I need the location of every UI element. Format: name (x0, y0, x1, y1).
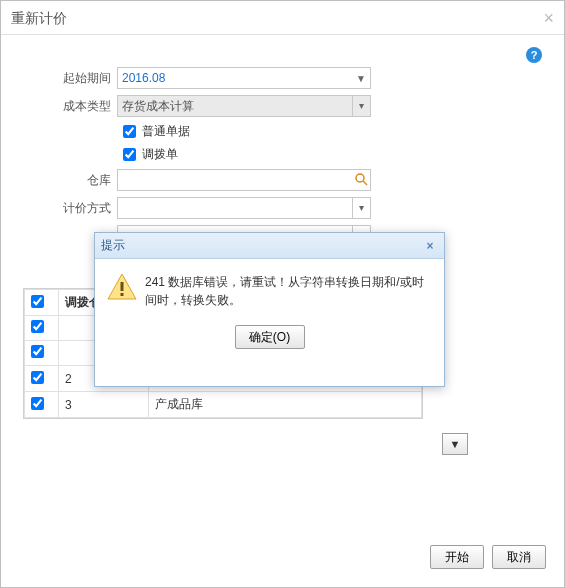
titlebar: 重新计价 × (1, 1, 564, 35)
row-checkbox[interactable] (31, 320, 44, 333)
warehouse-label: 仓库 (23, 172, 117, 189)
row-checkbox[interactable] (31, 371, 44, 384)
row-start-date: 起始期间 ▼ (23, 67, 542, 89)
header-chk (25, 290, 59, 316)
main-window: 重新计价 × ? 起始期间 ▼ 成本类型 ▾ 普通单据 调拨单 (0, 0, 565, 588)
svg-rect-3 (121, 282, 124, 291)
footer: 开始 取消 (430, 545, 546, 569)
start-date-input[interactable] (118, 68, 352, 88)
chevron-down-icon[interactable]: ▾ (352, 96, 370, 116)
dialog-title: 提示 (101, 237, 125, 254)
row-pricing: 计价方式 ▾ (23, 197, 542, 219)
close-icon[interactable]: × (543, 1, 554, 35)
chevron-down-icon[interactable]: ▼ (352, 73, 370, 84)
chk-normal-label: 普通单据 (142, 123, 190, 140)
row-chk-transfer: 调拨单 (123, 146, 542, 163)
cost-type-label: 成本类型 (23, 98, 117, 115)
svg-rect-4 (121, 293, 124, 296)
cost-type-field: ▾ (117, 95, 371, 117)
ok-button[interactable]: 确定(O) (235, 325, 305, 349)
close-icon[interactable]: × (422, 238, 438, 254)
dialog-titlebar: 提示 × (95, 233, 444, 259)
row-checkbox[interactable] (31, 345, 44, 358)
pricing-field[interactable]: ▾ (117, 197, 371, 219)
help-icon[interactable]: ? (526, 47, 542, 63)
chevron-down-icon: ▼ (450, 438, 461, 450)
dialog-message: 241 数据库错误，请重试！从字符串转换日期和/或时间时，转换失败。 (145, 273, 432, 309)
start-date-label: 起始期间 (23, 70, 117, 87)
pricing-input[interactable] (118, 198, 352, 218)
ok-button-label: 确定(O) (249, 330, 290, 344)
cost-type-input (118, 96, 352, 116)
dialog-body: 241 数据库错误，请重试！从字符串转换日期和/或时间时，转换失败。 (95, 259, 444, 317)
warehouse-field[interactable] (117, 169, 371, 191)
chk-normal[interactable] (123, 125, 136, 138)
start-date-field[interactable]: ▼ (117, 67, 371, 89)
window-title: 重新计价 (11, 1, 67, 35)
chk-transfer[interactable] (123, 148, 136, 161)
row-chk-normal: 普通单据 (123, 123, 542, 140)
cell: 3 (59, 392, 149, 418)
pricing-label: 计价方式 (23, 200, 117, 217)
header-checkbox[interactable] (31, 295, 44, 308)
warning-icon (107, 273, 137, 301)
expand-button[interactable]: ▼ (442, 433, 468, 455)
search-icon[interactable] (352, 172, 370, 189)
svg-point-0 (356, 174, 364, 182)
dialog-footer: 确定(O) (95, 325, 444, 349)
row-cost-type: 成本类型 ▾ (23, 95, 542, 117)
alert-dialog: 提示 × 241 数据库错误，请重试！从字符串转换日期和/或时间时，转换失败。 … (94, 232, 445, 387)
start-button[interactable]: 开始 (430, 545, 484, 569)
warehouse-input[interactable] (118, 170, 352, 190)
table-row: 3 产成品库 (25, 392, 422, 418)
row-checkbox[interactable] (31, 397, 44, 410)
svg-line-1 (363, 181, 367, 185)
cell: 产成品库 (149, 392, 422, 418)
row-warehouse: 仓库 (23, 169, 542, 191)
cancel-button[interactable]: 取消 (492, 545, 546, 569)
chk-transfer-label: 调拨单 (142, 146, 178, 163)
chevron-down-icon[interactable]: ▾ (352, 198, 370, 218)
